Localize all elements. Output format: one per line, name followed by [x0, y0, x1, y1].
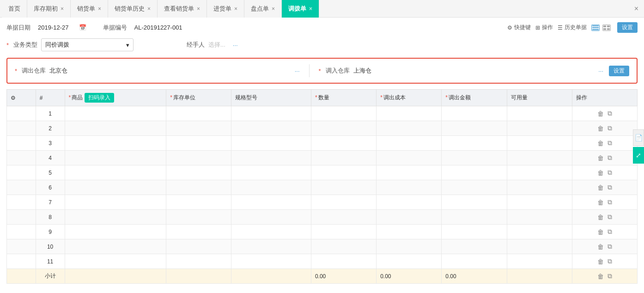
- tab-view-sales[interactable]: 查看销货单 ×: [158, 0, 207, 18]
- row-qty-8[interactable]: [311, 210, 376, 225]
- copy-icon-4[interactable]: ⧉: [608, 154, 612, 162]
- row-spec-7[interactable]: [231, 195, 311, 210]
- row-cost-3[interactable]: [377, 136, 442, 151]
- row-amount-4[interactable]: [442, 151, 507, 165]
- row-cost-8[interactable]: [377, 210, 442, 225]
- row-unit-2[interactable]: [166, 121, 231, 136]
- row-unit-10[interactable]: [166, 239, 231, 254]
- row-product-4[interactable]: [65, 151, 166, 165]
- row-spec-1[interactable]: [231, 106, 311, 121]
- row-amount-9[interactable]: [442, 225, 507, 239]
- row-cost-4[interactable]: [377, 151, 442, 165]
- copy-icon-9[interactable]: ⧉: [608, 228, 612, 236]
- tab-home[interactable]: 首页: [2, 0, 27, 18]
- copy-icon-6[interactable]: ⧉: [608, 183, 612, 191]
- tab-close-sales-history[interactable]: ×: [147, 6, 151, 12]
- row-amount-2[interactable]: [442, 121, 507, 136]
- row-qty-10[interactable]: [311, 239, 376, 254]
- row-qty-7[interactable]: [311, 195, 376, 210]
- row-amount-7[interactable]: [442, 195, 507, 210]
- row-cost-10[interactable]: [377, 239, 442, 254]
- delete-icon-11[interactable]: 🗑: [597, 258, 604, 265]
- tab-close-inventory-init[interactable]: ×: [61, 6, 64, 12]
- calendar-icon[interactable]: 📅: [79, 24, 86, 31]
- layout-list-icon[interactable]: [591, 24, 600, 31]
- delete-icon-10[interactable]: 🗑: [597, 243, 604, 250]
- subtotal-delete-icon[interactable]: 🗑: [597, 273, 604, 280]
- row-amount-5[interactable]: [442, 165, 507, 180]
- row-cost-6[interactable]: [377, 180, 442, 195]
- tab-inventory-init[interactable]: 库存期初 ×: [27, 0, 71, 18]
- tab-close-transfer[interactable]: ×: [309, 6, 312, 12]
- shortcut-key-button[interactable]: ⚙ 快捷键: [507, 24, 531, 31]
- warehouse-settings-button[interactable]: 设置: [609, 66, 629, 76]
- row-spec-3[interactable]: [231, 136, 311, 151]
- tab-inventory-check[interactable]: 盘点单 ×: [244, 0, 282, 18]
- row-spec-8[interactable]: [231, 210, 311, 225]
- tab-close-sales-order[interactable]: ×: [98, 6, 101, 12]
- row-product-1[interactable]: [65, 106, 166, 121]
- row-product-7[interactable]: [65, 195, 166, 210]
- delete-icon-8[interactable]: 🗑: [597, 214, 604, 221]
- row-cost-9[interactable]: [377, 225, 442, 239]
- row-product-2[interactable]: [65, 121, 166, 136]
- row-amount-6[interactable]: [442, 180, 507, 195]
- row-qty-11[interactable]: [311, 254, 376, 269]
- row-unit-7[interactable]: [166, 195, 231, 210]
- row-unit-1[interactable]: [166, 106, 231, 121]
- table-scroll[interactable]: ⚙ # *商品 扫码录入 *库存单位 规格型号 *数量 *调出成本 *调出金额 …: [6, 89, 638, 284]
- row-cost-5[interactable]: [377, 165, 442, 180]
- copy-icon-10[interactable]: ⧉: [608, 243, 612, 250]
- close-window-button[interactable]: ×: [631, 5, 642, 13]
- row-unit-8[interactable]: [166, 210, 231, 225]
- row-qty-9[interactable]: [311, 225, 376, 239]
- delete-icon-7[interactable]: 🗑: [597, 199, 604, 206]
- row-amount-1[interactable]: [442, 106, 507, 121]
- row-spec-2[interactable]: [231, 121, 311, 136]
- tab-close-inventory-check[interactable]: ×: [272, 6, 275, 12]
- copy-icon-1[interactable]: ⧉: [608, 110, 612, 117]
- transfer-out-value[interactable]: 北京仓: [49, 67, 67, 75]
- float-doc-icon[interactable]: 📄: [633, 129, 644, 146]
- row-unit-5[interactable]: [166, 165, 231, 180]
- person-more-icon[interactable]: ···: [233, 42, 238, 49]
- float-expand-icon[interactable]: ⤢: [633, 147, 644, 164]
- delete-icon-2[interactable]: 🗑: [597, 125, 604, 132]
- copy-icon-8[interactable]: ⧉: [608, 213, 612, 221]
- transfer-out-more-icon[interactable]: ···: [295, 67, 300, 74]
- row-spec-10[interactable]: [231, 239, 311, 254]
- copy-icon-5[interactable]: ⧉: [608, 169, 612, 177]
- row-product-6[interactable]: [65, 180, 166, 195]
- row-product-8[interactable]: [65, 210, 166, 225]
- transfer-in-value[interactable]: 上海仓: [353, 67, 371, 75]
- row-spec-11[interactable]: [231, 254, 311, 269]
- row-cost-11[interactable]: [377, 254, 442, 269]
- row-unit-3[interactable]: [166, 136, 231, 151]
- row-qty-4[interactable]: [311, 151, 376, 165]
- delete-icon-3[interactable]: 🗑: [597, 140, 604, 147]
- copy-icon-7[interactable]: ⧉: [608, 198, 612, 206]
- tab-transfer[interactable]: 调拨单 ×: [282, 0, 319, 18]
- person-select[interactable]: 选择...: [208, 41, 225, 49]
- business-type-select[interactable]: 同价调拨 ▾: [41, 38, 134, 51]
- tab-close-purchase[interactable]: ×: [234, 6, 237, 12]
- row-amount-3[interactable]: [442, 136, 507, 151]
- row-amount-8[interactable]: [442, 210, 507, 225]
- subtotal-copy-icon[interactable]: ⧉: [608, 272, 612, 280]
- row-spec-5[interactable]: [231, 165, 311, 180]
- tab-close-view-sales[interactable]: ×: [197, 6, 200, 12]
- tab-purchase[interactable]: 进货单 ×: [207, 0, 244, 18]
- row-qty-5[interactable]: [311, 165, 376, 180]
- row-amount-11[interactable]: [442, 254, 507, 269]
- row-cost-7[interactable]: [377, 195, 442, 210]
- row-cost-1[interactable]: [377, 106, 442, 121]
- delete-icon-1[interactable]: 🗑: [597, 110, 604, 117]
- row-spec-4[interactable]: [231, 151, 311, 165]
- date-value[interactable]: 2019-12-27: [38, 24, 69, 31]
- row-qty-6[interactable]: [311, 180, 376, 195]
- row-qty-2[interactable]: [311, 121, 376, 136]
- copy-icon-11[interactable]: ⧉: [608, 257, 612, 265]
- settings-button[interactable]: 设置: [617, 22, 638, 33]
- row-spec-6[interactable]: [231, 180, 311, 195]
- copy-icon-2[interactable]: ⧉: [608, 124, 612, 132]
